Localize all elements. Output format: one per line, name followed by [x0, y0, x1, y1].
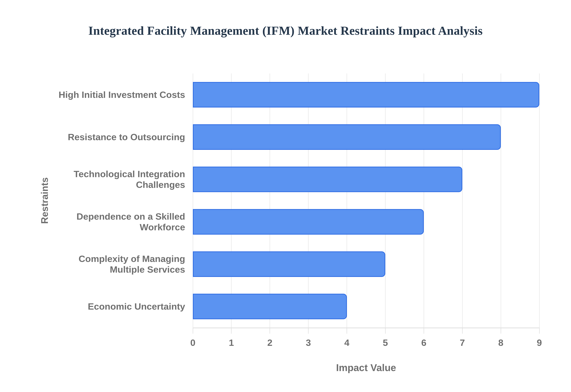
- x-tick-label-2: 2: [267, 337, 272, 348]
- bar-resistance-to-outsourcing: [193, 124, 501, 150]
- x-tick-label-0: 0: [190, 337, 195, 348]
- x-axis-title: Impact Value: [193, 362, 539, 373]
- tickmark-x-6: [424, 328, 424, 334]
- x-tick-label-7: 7: [460, 337, 465, 348]
- x-tick-label-8: 8: [498, 337, 503, 348]
- x-axis-line: [193, 328, 539, 328]
- tickmark-x-7: [462, 328, 463, 334]
- y-axis-category-labels: High Initial Investment CostsResistance …: [0, 73, 185, 328]
- category-label-2: Technological Integration Challenges: [57, 169, 185, 190]
- category-label-4: Complexity of Managing Multiple Services: [57, 253, 185, 275]
- plot-area: [193, 73, 539, 328]
- tickmark-x-3: [308, 328, 309, 334]
- category-label-3: Dependence on a Skilled Workforce: [57, 211, 185, 233]
- gridline-x-6: [424, 73, 424, 328]
- bar-dependence-on-a-skilled-workforce: [193, 209, 424, 235]
- x-tick-label-4: 4: [344, 337, 349, 348]
- category-label-5: Economic Uncertainty: [88, 301, 185, 312]
- tickmark-x-8: [501, 328, 501, 334]
- gridline-x-4: [347, 73, 347, 328]
- gridline-x-1: [231, 73, 231, 328]
- gridline-x-3: [308, 73, 309, 328]
- x-tick-label-3: 3: [306, 337, 311, 348]
- x-tick-label-9: 9: [537, 337, 542, 348]
- gridline-x-9: [539, 73, 540, 328]
- gridline-x-2: [270, 73, 270, 328]
- gridline-x-8: [501, 73, 501, 328]
- x-axis-tick-labels: 0123456789: [193, 337, 539, 348]
- tickmark-x-4: [347, 328, 347, 334]
- tickmark-x-1: [231, 328, 231, 334]
- bar-economic-uncertainty: [193, 294, 347, 319]
- bar-complexity-of-managing-multiple-services: [193, 251, 385, 277]
- gridline-x-7: [462, 73, 463, 328]
- tickmark-x-5: [385, 328, 386, 334]
- tickmark-x-2: [270, 328, 270, 334]
- x-tick-label-1: 1: [229, 337, 234, 348]
- x-tick-label-5: 5: [383, 337, 388, 348]
- chart-title: Integrated Facility Management (IFM) Mar…: [0, 24, 571, 38]
- category-label-0: High Initial Investment Costs: [59, 89, 185, 100]
- gridline-x-5: [385, 73, 386, 328]
- tickmark-x-0: [193, 328, 193, 334]
- bar-high-initial-investment-costs: [193, 82, 539, 108]
- chart-canvas: Integrated Facility Management (IFM) Mar…: [0, 0, 571, 392]
- bar-technological-integration-challenges: [193, 167, 462, 192]
- tickmark-x-9: [539, 328, 540, 334]
- gridline-x-0: [193, 73, 193, 328]
- x-tick-label-6: 6: [421, 337, 426, 348]
- category-label-1: Resistance to Outsourcing: [68, 132, 185, 142]
